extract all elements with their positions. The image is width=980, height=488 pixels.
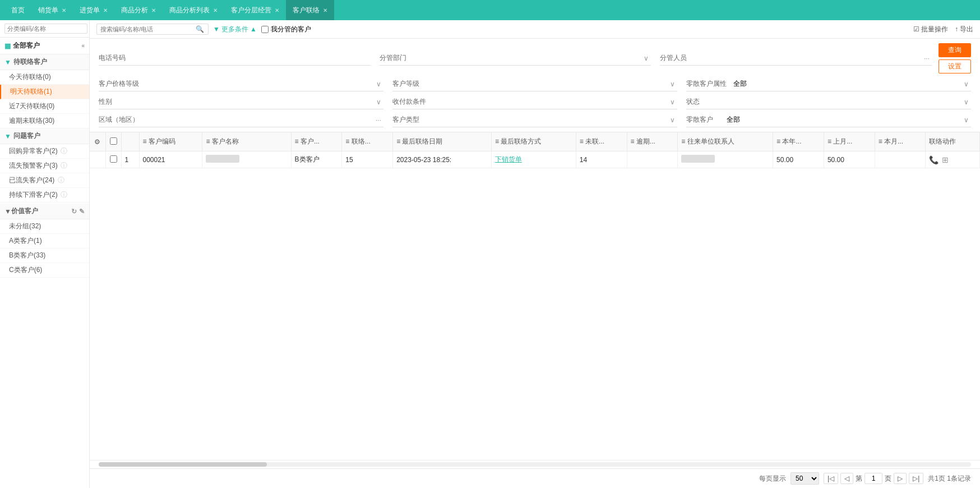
row-last-month: 50.00 — [824, 151, 875, 168]
nav-customer-tier[interactable]: 客户分层经营 ✕ — [224, 0, 286, 20]
sidebar-value-section: ▼ 价值客户 ↻ ✎ — [0, 204, 89, 219]
row-name — [202, 151, 291, 168]
more-filters-btn[interactable]: ▼ 更多条件 ▲ — [213, 25, 257, 34]
top-nav: 首页 销货单 ✕ 进货单 ✕ 商品分析 ✕ 商品分析列表 ✕ 客户分层经营 ✕ … — [0, 0, 980, 20]
filter-customer-level: 客户等级 ∨ — [392, 77, 677, 91]
col-customer-name: ≡ 客户名称 — [202, 132, 291, 151]
prev-page-btn[interactable]: ◁ — [840, 473, 853, 484]
col-contact-count: ≡ 联络... — [342, 132, 393, 151]
sidebar-item-week[interactable]: 近7天待联络(0) — [0, 99, 89, 114]
nav-customer-contact-close[interactable]: ✕ — [323, 7, 327, 13]
row-checkbox[interactable] — [105, 151, 121, 168]
sidebar-search-input[interactable] — [4, 24, 87, 34]
sidebar-item-abnormal[interactable]: 回购异常客户(2) ⓘ — [0, 144, 89, 159]
sidebar-search-area: 🔍 — [0, 20, 89, 38]
nav-sales[interactable]: 销货单 ✕ — [31, 0, 73, 20]
select-all-checkbox[interactable] — [110, 137, 117, 145]
col-last-contact-date: ≡ 最后联络日期 — [393, 132, 492, 151]
filter-retail-customer: 零散客户 全部 ∨ — [686, 113, 971, 127]
last-page-btn[interactable]: ▷| — [909, 473, 923, 484]
row-action-phone-icon[interactable]: 📞 — [929, 155, 939, 164]
scroll-bar-area — [90, 460, 980, 468]
price-level-dropdown[interactable]: ∨ — [374, 80, 383, 88]
col-checkbox[interactable] — [105, 132, 121, 151]
customer-type-dropdown[interactable]: ∨ — [668, 116, 677, 124]
edit-icon[interactable]: ✎ — [79, 208, 85, 215]
person-input[interactable] — [698, 54, 922, 62]
info-icon-0: ⓘ — [61, 147, 67, 155]
nav-customer-contact[interactable]: 客户联络 ✕ — [286, 0, 334, 20]
my-customers-checkbox[interactable]: 我分管的客户 — [261, 25, 311, 34]
sidebar-item-overdue[interactable]: 逾期未联络(30) — [0, 114, 89, 128]
sidebar-item-lost[interactable]: 已流失客户(24) ⓘ — [0, 173, 89, 188]
nav-sales-close[interactable]: ✕ — [62, 7, 66, 13]
sidebar-all-customers[interactable]: ▦ 全部客户 « — [0, 38, 89, 54]
row-overdue — [627, 151, 678, 168]
nav-purchase-close[interactable]: ✕ — [103, 7, 108, 13]
filter-person: 分管人员 ··· — [660, 51, 932, 66]
retail-customer-dropdown[interactable]: ∨ — [961, 116, 971, 124]
sidebar-item-today[interactable]: 今天待联络(0) — [0, 70, 89, 85]
nav-home[interactable]: 首页 — [4, 0, 31, 20]
region-more-btn[interactable]: ··· — [373, 116, 383, 124]
col-customer-code: ≡ 客户编码 — [139, 132, 202, 151]
scroll-thumb[interactable] — [99, 462, 267, 467]
sidebar-item-tomorrow[interactable]: 明天待联络(1) — [0, 85, 89, 99]
search-icon[interactable]: 🔍 — [196, 25, 204, 33]
nav-product-list-close[interactable]: ✕ — [213, 7, 218, 13]
sidebar-item-a-class[interactable]: A类客户(1) — [0, 234, 89, 248]
sidebar-item-ungrouped[interactable]: 未分组(32) — [0, 219, 89, 234]
row-check[interactable] — [110, 155, 117, 163]
sidebar-collapse-btn[interactable]: « — [81, 43, 85, 49]
status-dropdown[interactable]: ∨ — [961, 98, 971, 106]
batch-ops-btn[interactable]: ☑ 批量操作 — [913, 25, 948, 34]
row-last-date: 2023-05-23 18:25: — [393, 151, 492, 168]
filter-action-btns: 查询 设置 — [939, 43, 971, 73]
my-customers-check-input[interactable] — [261, 26, 269, 33]
page-number-input[interactable] — [865, 473, 882, 484]
retail-attr-dropdown[interactable]: ∨ — [961, 80, 971, 88]
table-header: ⚙ ≡ 客户编码 ≡ 客户名称 ≡ 客户... ≡ 联络... ≡ 最后联络日期… — [90, 132, 980, 151]
next-page-btn[interactable]: ▷ — [894, 473, 907, 484]
scroll-track[interactable] — [99, 462, 971, 467]
nav-purchase[interactable]: 进货单 ✕ — [73, 0, 114, 20]
filter-retail-attr: 零散客户属性 全部 ∨ — [686, 77, 971, 91]
refresh-icon[interactable]: ↻ — [71, 208, 77, 215]
filter-phone: 电话号码 — [99, 51, 371, 66]
search-input[interactable] — [100, 26, 196, 33]
sidebar-item-warning[interactable]: 流失预警客户(3) ⓘ — [0, 159, 89, 173]
col-action: 联络动作 — [926, 132, 980, 151]
sidebar-item-declining[interactable]: 持续下滑客户(2) ⓘ — [0, 188, 89, 202]
table-area: ⚙ ≡ 客户编码 ≡ 客户名称 ≡ 客户... ≡ 联络... ≡ 最后联络日期… — [90, 132, 980, 460]
payment-dropdown[interactable]: ∨ — [668, 98, 677, 106]
filter-icon: ▼ — [213, 25, 220, 33]
export-btn[interactable]: ↑ 导出 — [955, 25, 973, 34]
sidebar-item-c-class[interactable]: C类客户(6) — [0, 263, 89, 278]
nav-product-analysis-close[interactable]: ✕ — [151, 7, 156, 13]
col-this-month: ≡ 本月... — [875, 132, 926, 151]
gender-dropdown[interactable]: ∨ — [374, 98, 383, 106]
nav-product-analysis[interactable]: 商品分析 ✕ — [114, 0, 163, 20]
row-no-contact: 14 — [576, 151, 627, 168]
col-this-year: ≡ 本年... — [773, 132, 824, 151]
first-page-btn[interactable]: |◁ — [824, 473, 838, 484]
customers-table: ⚙ ≡ 客户编码 ≡ 客户名称 ≡ 客户... ≡ 联络... ≡ 最后联络日期… — [90, 132, 980, 168]
phone-input[interactable] — [137, 54, 371, 62]
nav-product-list[interactable]: 商品分析列表 ✕ — [163, 0, 224, 20]
customer-level-dropdown[interactable]: ∨ — [668, 80, 677, 88]
row-last-method[interactable]: 下销货单 — [491, 151, 576, 168]
col-unit-contact: ≡ 往来单位联系人 — [678, 132, 773, 151]
filter-dept: 分管部门 ∨ — [380, 51, 651, 66]
person-more-btn[interactable]: ··· — [922, 54, 932, 62]
col-last-month: ≡ 上月... — [824, 132, 875, 151]
nav-customer-tier-close[interactable]: ✕ — [275, 7, 279, 13]
page-size-select[interactable]: 50 100 — [791, 472, 819, 485]
row-settings — [90, 151, 105, 168]
col-settings[interactable]: ⚙ — [90, 132, 105, 151]
sidebar-item-b-class[interactable]: B类客户(33) — [0, 248, 89, 263]
reset-button[interactable]: 设置 — [939, 59, 971, 73]
dept-dropdown-icon[interactable]: ∨ — [641, 54, 651, 62]
dept-input[interactable] — [418, 54, 642, 62]
query-button[interactable]: 查询 — [939, 43, 971, 57]
row-action-grid-icon[interactable]: ⊞ — [942, 155, 949, 164]
